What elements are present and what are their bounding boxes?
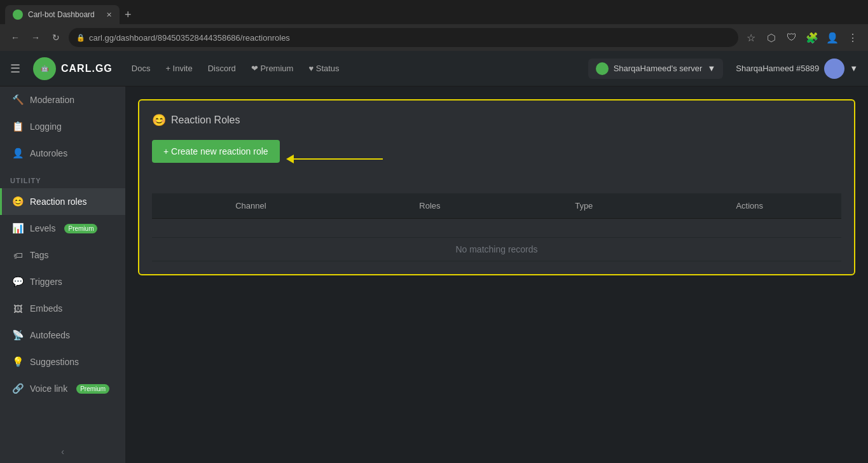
sidebar-item-voice-link[interactable]: 🔗 Voice link Premium xyxy=(0,375,125,402)
collapse-sidebar-button[interactable]: ‹ xyxy=(0,440,125,463)
triggers-icon: 💬 xyxy=(12,276,24,287)
new-tab-button[interactable]: + xyxy=(120,8,137,22)
app: ☰ 🤖 CARL.GG Docs + Invite Discord ❤ Prem… xyxy=(0,51,868,463)
tags-icon: 🏷 xyxy=(12,249,24,261)
status-link[interactable]: ♥ Status xyxy=(302,60,345,77)
utility-section-label: UTILITY xyxy=(0,167,125,188)
sidebar-item-label: Suggestions xyxy=(30,357,79,367)
top-navbar: ☰ 🤖 CARL.GG Docs + Invite Discord ❤ Prem… xyxy=(0,51,868,86)
levels-badge: Premium xyxy=(64,224,97,233)
hamburger-menu[interactable]: ☰ xyxy=(10,62,20,76)
sidebar-item-label: Triggers xyxy=(30,277,62,287)
sidebar-item-label: Embeds xyxy=(30,303,62,314)
column-actions: Actions xyxy=(658,193,841,219)
arrow-line xyxy=(294,158,383,160)
address-bar[interactable]: 🔒 carl.gg/dashboard/894503528444358686/r… xyxy=(69,28,738,47)
sidebar-item-moderation[interactable]: 🔨 Moderation xyxy=(0,86,125,113)
sidebar-item-logging[interactable]: 📋 Logging xyxy=(0,113,125,140)
logo-image: 🤖 xyxy=(33,57,56,80)
forward-button[interactable]: → xyxy=(28,30,43,45)
sidebar-item-tags[interactable]: 🏷 Tags xyxy=(0,242,125,268)
levels-icon: 📊 xyxy=(12,223,24,234)
logo: 🤖 CARL.GG xyxy=(33,57,113,80)
lock-icon: 🔒 xyxy=(76,34,85,42)
sidebar-item-label: Tags xyxy=(30,250,49,260)
table-header-row: Channel Roles Type Actions xyxy=(152,193,841,219)
autofeeds-icon: 📡 xyxy=(12,329,24,341)
sidebar-item-label: Voice link xyxy=(30,384,67,394)
no-records-text: No matching records xyxy=(152,238,841,261)
voice-link-icon: 🔗 xyxy=(12,383,24,394)
server-selector[interactable]: SharqaHameed's server ▼ xyxy=(588,59,724,79)
panel-header-icon: 😊 xyxy=(152,113,166,127)
docs-link[interactable]: Docs xyxy=(125,60,157,77)
empty-cell-roles xyxy=(350,219,510,238)
reaction-roles-table: Channel Roles Type Actions xyxy=(152,193,841,261)
panel-title: Reaction Roles xyxy=(171,114,240,126)
sidebar-item-embeds[interactable]: 🖼 Embeds xyxy=(0,295,125,322)
sidebar-item-label: Moderation xyxy=(30,95,74,105)
sidebar-item-reaction-roles[interactable]: 😊 Reaction roles xyxy=(0,188,125,215)
profile-button[interactable]: 👤 xyxy=(825,30,840,45)
tab-bar: Carl-bot Dashboard ✕ + xyxy=(0,0,868,24)
premium-link[interactable]: ❤ Premium xyxy=(245,60,300,77)
empty-cell-actions xyxy=(658,219,841,238)
nav-links: Docs + Invite Discord ❤ Premium ♥ Status xyxy=(125,60,346,77)
reaction-roles-panel: 😊 Reaction Roles + Create new reaction r… xyxy=(138,99,855,275)
embeds-icon: 🖼 xyxy=(12,303,24,314)
sidebar-item-suggestions[interactable]: 💡 Suggestions xyxy=(0,349,125,375)
ext1-button[interactable]: ⬡ xyxy=(764,30,779,45)
content-area: 😊 Reaction Roles + Create new reaction r… xyxy=(125,86,868,463)
logo-text: CARL.GG xyxy=(61,63,113,74)
server-icon xyxy=(596,62,609,75)
panel-header: 😊 Reaction Roles xyxy=(152,113,841,127)
discord-link[interactable]: Discord xyxy=(202,60,242,77)
sidebar-item-levels[interactable]: 📊 Levels Premium xyxy=(0,215,125,242)
sidebar-item-label: Reaction roles xyxy=(30,197,87,207)
active-tab[interactable]: Carl-bot Dashboard ✕ xyxy=(5,5,120,24)
sidebar: 🔨 Moderation 📋 Logging 👤 Autoroles UTILI… xyxy=(0,86,125,463)
table-row-no-records: No matching records xyxy=(152,238,841,261)
browser-controls: ← → ↻ 🔒 carl.gg/dashboard/89450352844435… xyxy=(0,24,868,51)
menu-button[interactable]: ⋮ xyxy=(845,30,860,45)
suggestions-icon: 💡 xyxy=(12,356,24,368)
collapse-icon: ‹ xyxy=(61,446,64,457)
reaction-roles-icon: 😊 xyxy=(12,196,24,207)
voice-link-badge: Premium xyxy=(76,384,109,394)
empty-cell-type xyxy=(510,219,658,238)
invite-link[interactable]: + Invite xyxy=(159,60,198,77)
column-channel: Channel xyxy=(152,193,350,219)
arrow-head xyxy=(286,155,294,163)
create-reaction-role-button[interactable]: + Create new reaction role xyxy=(152,140,280,163)
table-row-empty xyxy=(152,219,841,238)
url-text: carl.gg/dashboard/894503528444358686/rea… xyxy=(89,33,290,43)
autoroles-icon: 👤 xyxy=(12,148,24,159)
bookmark-button[interactable]: ☆ xyxy=(743,30,759,45)
column-type: Type xyxy=(510,193,658,219)
main-layout: 🔨 Moderation 📋 Logging 👤 Autoroles UTILI… xyxy=(0,86,868,463)
column-roles: Roles xyxy=(350,193,510,219)
moderation-icon: 🔨 xyxy=(12,94,24,106)
browser-actions: ☆ ⬡ 🛡 🧩 👤 ⋮ xyxy=(743,30,860,45)
server-name: SharqaHameed's server xyxy=(614,64,703,73)
favicon xyxy=(13,10,23,20)
back-button[interactable]: ← xyxy=(8,30,23,45)
sidebar-item-autofeeds[interactable]: 📡 Autofeeds xyxy=(0,322,125,349)
refresh-button[interactable]: ↻ xyxy=(48,30,64,45)
extensions-button[interactable]: 🧩 xyxy=(804,30,820,45)
server-dropdown-icon: ▼ xyxy=(707,64,715,73)
sidebar-item-label: Autoroles xyxy=(30,148,67,158)
close-tab-button[interactable]: ✕ xyxy=(106,11,112,19)
sidebar-item-autoroles[interactable]: 👤 Autoroles xyxy=(0,140,125,167)
logging-icon: 📋 xyxy=(12,121,24,132)
sidebar-item-label: Logging xyxy=(30,121,62,132)
user-avatar xyxy=(824,59,844,79)
user-dropdown-icon: ▼ xyxy=(850,64,858,73)
ext2-button[interactable]: 🛡 xyxy=(784,30,799,45)
empty-cell-channel xyxy=(152,219,350,238)
sidebar-item-label: Levels xyxy=(30,223,55,233)
sidebar-item-label: Autofeeds xyxy=(30,330,70,340)
create-button-row: + Create new reaction role xyxy=(152,140,841,178)
sidebar-item-triggers[interactable]: 💬 Triggers xyxy=(0,268,125,295)
user-section[interactable]: SharqaHameed #5889 ▼ xyxy=(736,59,858,79)
